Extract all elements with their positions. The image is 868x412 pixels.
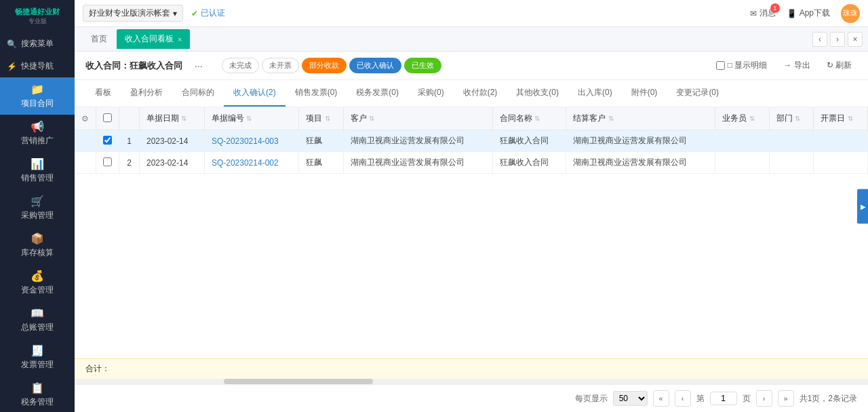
tab-close-button[interactable]: × bbox=[178, 35, 182, 43]
row2-docno-link[interactable]: SQ-20230214-002 bbox=[212, 158, 279, 168]
sidebar-item-general[interactable]: 📖 总账管理 bbox=[0, 301, 75, 339]
col-header-contract[interactable]: 合同名称 ⇅ bbox=[492, 107, 566, 130]
row1-docno-link[interactable]: SQ-20230214-003 bbox=[212, 136, 279, 146]
detail-checkbox-input[interactable] bbox=[716, 61, 725, 70]
right-panel-toggle[interactable]: ▶ bbox=[857, 189, 868, 223]
col-header-date[interactable]: 单据日期 ⇅ bbox=[140, 107, 205, 130]
row1-check-cell[interactable] bbox=[96, 130, 119, 152]
tab-payment[interactable]: 收付款(2) bbox=[454, 80, 507, 107]
sidebar-item-sales[interactable]: 📊 销售管理 bbox=[0, 152, 75, 189]
row1-setting-cell bbox=[75, 130, 96, 152]
status-btn-partial[interactable]: 部分收款 bbox=[302, 58, 347, 73]
tax-icon: 📋 bbox=[31, 381, 44, 394]
row2-num: 2 bbox=[119, 152, 140, 174]
row2-salesperson bbox=[715, 152, 770, 174]
horizontal-scrollbar[interactable] bbox=[75, 379, 868, 384]
col-header-dept[interactable]: 部门 ⇅ bbox=[769, 107, 814, 130]
export-button[interactable]: → 导出 bbox=[778, 57, 815, 74]
row2-check-cell[interactable] bbox=[96, 152, 119, 174]
first-page-button[interactable]: « bbox=[653, 390, 669, 407]
footer-total-label: 合计： bbox=[85, 363, 110, 375]
tab-sales-invoice[interactable]: 销售发票(0) bbox=[285, 80, 347, 107]
show-detail-checkbox[interactable]: □ 显示明细 bbox=[711, 57, 773, 74]
tab-income-confirm[interactable]: 收入确认(2) bbox=[224, 80, 285, 107]
sidebar-item-marketing[interactable]: 📢 营销推广 bbox=[0, 115, 75, 152]
user-avatar-button[interactable]: 珠珠 bbox=[841, 4, 860, 23]
home-tab[interactable]: 首页 bbox=[83, 29, 115, 49]
app-download-button[interactable]: 📱 App下载 bbox=[787, 7, 830, 19]
sidebar-item-quick-nav[interactable]: ⚡ 快捷导航 bbox=[0, 55, 75, 77]
tab-tax-invoice[interactable]: 税务发票(0) bbox=[347, 80, 408, 107]
message-button[interactable]: ✉ 1 消息 bbox=[750, 7, 776, 19]
prev-page-button[interactable]: ‹ bbox=[675, 390, 691, 407]
sidebar-quicknav-label: 快捷导航 bbox=[21, 60, 54, 72]
tab-attachment[interactable]: 附件(0) bbox=[622, 80, 667, 107]
status-btn-uninvoiced[interactable]: 未开票 bbox=[262, 58, 299, 73]
more-button[interactable]: ··· bbox=[189, 59, 208, 73]
column-settings-icon[interactable]: ⚙ bbox=[81, 114, 89, 124]
tab-kanban[interactable]: 看板 bbox=[85, 80, 121, 107]
current-page-input[interactable] bbox=[710, 392, 737, 405]
sort-icon-docno: ⇅ bbox=[246, 115, 252, 122]
tab-close-all-button[interactable]: × bbox=[848, 32, 863, 47]
table-row[interactable]: 2 2023-02-14 SQ-20230214-002 狂飙 湖南卫视商业运营… bbox=[75, 152, 868, 174]
col-header-docno[interactable]: 单据编号 ⇅ bbox=[204, 107, 298, 130]
status-btn-confirmed[interactable]: 已收入确认 bbox=[349, 58, 401, 73]
row2-checkbox[interactable] bbox=[103, 157, 112, 166]
next-page-button[interactable]: › bbox=[756, 390, 772, 407]
mobile-icon: 📱 bbox=[787, 9, 797, 18]
col-header-salesperson[interactable]: 业务员 ⇅ bbox=[715, 107, 770, 130]
scrollbar-thumb[interactable] bbox=[224, 379, 373, 384]
tab-change-log[interactable]: 变更记录(0) bbox=[667, 80, 728, 107]
col-header-num bbox=[119, 107, 140, 130]
active-tab-label: 收入合同看板 bbox=[125, 33, 174, 45]
status-btn-incomplete[interactable]: 未完成 bbox=[222, 58, 259, 73]
tab-other-income[interactable]: 其他收支(0) bbox=[507, 80, 568, 107]
col-header-settle[interactable]: 结算客户 ⇅ bbox=[566, 107, 715, 130]
row1-checkbox[interactable] bbox=[103, 136, 112, 145]
logo-sub: 专业版 bbox=[15, 17, 60, 26]
sidebar-item-project[interactable]: 📁 项目合同 bbox=[0, 77, 75, 115]
select-all-checkbox[interactable] bbox=[103, 113, 112, 122]
company-selector[interactable]: 好业财专业版演示帐套 ▾ bbox=[83, 5, 183, 22]
col-header-project[interactable]: 项目 ⇅ bbox=[299, 107, 344, 130]
col-header-customer[interactable]: 客户 ⇅ bbox=[343, 107, 492, 130]
refresh-button[interactable]: ↻ 刷新 bbox=[821, 57, 857, 74]
last-page-button[interactable]: » bbox=[778, 390, 794, 407]
verified-text: 已认证 bbox=[201, 7, 225, 19]
sidebar-item-tax[interactable]: 📋 税务管理 bbox=[0, 376, 75, 412]
status-btn-effective[interactable]: 已生效 bbox=[404, 58, 441, 73]
data-table: ⚙ 单据日期 ⇅ 单据编号 ⇅ bbox=[75, 107, 868, 174]
row1-dept bbox=[769, 130, 814, 152]
page-label-pre: 第 bbox=[696, 393, 705, 405]
sidebar-item-invoice[interactable]: 🧾 发票管理 bbox=[0, 339, 75, 376]
page-header: 收入合同：狂飙收入合同 ··· 未完成 未开票 部分收款 已收入确认 已生效 □… bbox=[75, 52, 868, 80]
verified-badge: ✔ 已认证 bbox=[191, 7, 225, 19]
col-header-opendate[interactable]: 开票日 ⇅ bbox=[814, 107, 868, 130]
per-page-select[interactable]: 50 20 100 bbox=[613, 391, 648, 406]
table-row[interactable]: 1 2023-02-14 SQ-20230214-003 狂飙 湖南卫视商业运营… bbox=[75, 130, 868, 152]
page-unit-label: 页 bbox=[743, 393, 751, 405]
sidebar: 畅捷通好业财 专业版 🔍 搜索菜单 ⚡ 快捷导航 📁 项目合同 📢 营销推广 📊… bbox=[0, 0, 75, 412]
sort-icon-dept: ⇅ bbox=[795, 115, 800, 122]
col-customer-label: 客户 bbox=[351, 113, 367, 123]
sidebar-item-purchase[interactable]: 🛒 采购管理 bbox=[0, 189, 75, 227]
table-footer: 合计： bbox=[75, 358, 868, 379]
tab-warehouse[interactable]: 出入库(0) bbox=[568, 80, 622, 107]
sidebar-sales-label: 销售管理 bbox=[21, 172, 54, 184]
tab-purchase[interactable]: 采购(0) bbox=[408, 80, 454, 107]
sidebar-marketing-label: 营销推广 bbox=[21, 135, 54, 147]
company-name: 好业财专业版演示帐套 bbox=[89, 7, 170, 19]
active-tab[interactable]: 收入合同看板 × bbox=[117, 29, 190, 49]
sort-icon-contract: ⇅ bbox=[534, 115, 540, 122]
sidebar-item-inventory[interactable]: 📦 库存核算 bbox=[0, 227, 75, 264]
tab-prev-button[interactable]: ‹ bbox=[812, 32, 827, 47]
sidebar-item-search[interactable]: 🔍 搜索菜单 bbox=[0, 33, 75, 55]
inventory-icon: 📦 bbox=[31, 232, 44, 245]
tab-contract-std[interactable]: 合同标的 bbox=[172, 80, 224, 107]
sidebar-item-capital[interactable]: 💰 资金管理 bbox=[0, 264, 75, 301]
tab-profit[interactable]: 盈利分析 bbox=[121, 80, 172, 107]
tab-next-button[interactable]: › bbox=[830, 32, 845, 47]
row1-project: 狂飙 bbox=[299, 130, 344, 152]
col-dept-label: 部门 bbox=[776, 113, 793, 123]
